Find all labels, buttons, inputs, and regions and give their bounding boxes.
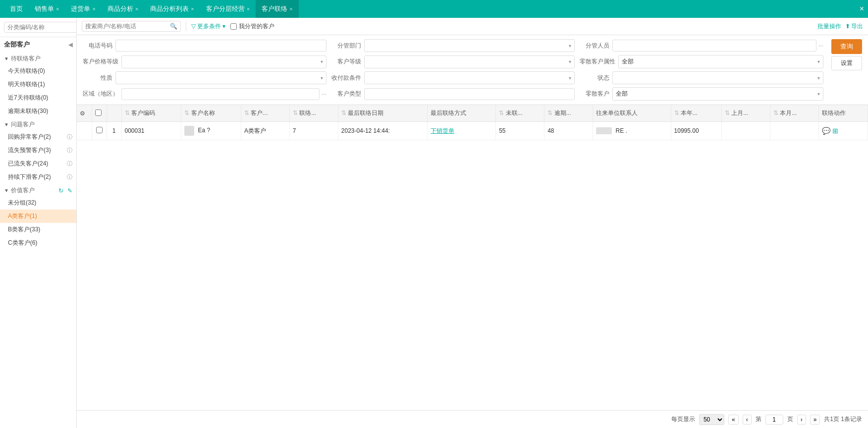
- sidebar-item-a-class[interactable]: A类客户(1): [0, 210, 76, 223]
- th-overdue[interactable]: ⇅ 逾期...: [544, 105, 593, 122]
- sidebar-item-warning[interactable]: 流失预警客户(3) ⓘ: [0, 144, 76, 157]
- select-all-checkbox[interactable]: [95, 109, 102, 116]
- next-page-button[interactable]: ›: [797, 415, 806, 425]
- nav-home[interactable]: 首页: [4, 0, 29, 18]
- customer-type-input[interactable]: [364, 88, 575, 100]
- query-button[interactable]: 查询: [831, 39, 862, 54]
- nav-customer-tier[interactable]: 客户分层经营 ×: [200, 0, 256, 18]
- th-type[interactable]: ⇅ 客户...: [241, 105, 289, 122]
- page-size-select[interactable]: 50 100 200: [699, 414, 724, 425]
- th-uncontacted[interactable]: ⇅ 未联...: [496, 105, 544, 122]
- sort-icon7: ⇅: [547, 109, 552, 116]
- my-customers-check[interactable]: [230, 23, 237, 30]
- th-last-method[interactable]: 最后联络方式: [428, 105, 496, 122]
- field-phone: 电话号码: [83, 40, 326, 52]
- main-search-input[interactable]: [85, 23, 170, 30]
- collapse-icon: ◀: [68, 42, 72, 48]
- settings-button[interactable]: 设置: [831, 56, 862, 70]
- retail-attr-label: 零散客户属性: [580, 57, 615, 66]
- td-uncontacted: 55: [496, 122, 544, 140]
- close-analysis-list-tab[interactable]: ×: [191, 6, 194, 12]
- th-unit-contact[interactable]: 往来单位联系人: [593, 105, 671, 122]
- nav-purchase[interactable]: 进货单 ×: [65, 0, 101, 18]
- close-all-tabs[interactable]: ×: [860, 4, 864, 13]
- sidebar-item-b-class[interactable]: B类客户(33): [0, 223, 76, 236]
- sidebar-item-overdue[interactable]: 逾期未联络(30): [0, 105, 76, 118]
- sort-icon3: ⇅: [244, 109, 249, 116]
- th-name[interactable]: ⇅ 客户名称: [181, 105, 241, 122]
- region-input[interactable]: [121, 88, 320, 100]
- nav-analysis-list[interactable]: 商品分析列表 ×: [144, 0, 200, 18]
- field-price-grade: 客户价格等级 ▾: [83, 55, 326, 68]
- td-check[interactable]: [92, 122, 107, 140]
- manager-input[interactable]: [612, 40, 816, 52]
- status-select[interactable]: ▾: [612, 71, 823, 84]
- sidebar-group-pending: ▼ 待联络客户: [0, 52, 76, 64]
- th-last-date[interactable]: ⇅ 最后联络日期: [338, 105, 427, 122]
- phone-input[interactable]: [115, 40, 326, 52]
- chevron-down-icon7: ▾: [817, 75, 820, 81]
- price-grade-select[interactable]: ▾: [121, 55, 326, 68]
- th-settings[interactable]: ⚙: [77, 105, 92, 122]
- th-last-month[interactable]: ⇅ 上月...: [721, 105, 770, 122]
- last-method-link[interactable]: 下销货单: [431, 127, 454, 134]
- td-code: 000031: [121, 122, 181, 140]
- nature-select[interactable]: ▾: [115, 71, 326, 84]
- td-actions: 💬 ⊞: [818, 122, 868, 140]
- td-num: 1: [107, 122, 121, 140]
- more-filters-button[interactable]: ▽ 更多条件 ▾: [191, 22, 225, 31]
- th-check[interactable]: [92, 105, 107, 122]
- retail-customer-select[interactable]: 全部 ▾: [612, 87, 823, 101]
- page-size-label: 每页显示: [671, 415, 695, 424]
- sidebar-item-abnormal[interactable]: 回购异常客户(2) ⓘ: [0, 130, 76, 144]
- chevron-down-icon: ▾: [569, 43, 571, 49]
- sidebar-item-today[interactable]: 今天待联络(0): [0, 64, 76, 78]
- sidebar-search-input[interactable]: [4, 22, 77, 33]
- dept-select[interactable]: ▾: [364, 39, 575, 52]
- qr-icon[interactable]: ⊞: [832, 127, 838, 135]
- sidebar-item-declining[interactable]: 持续下滑客户(2) ⓘ: [0, 170, 76, 184]
- edit-icon[interactable]: ✎: [67, 187, 72, 194]
- manager-dots[interactable]: ···: [818, 42, 823, 49]
- info-icon-declining: ⓘ: [67, 173, 72, 181]
- close-analysis-tab[interactable]: ×: [135, 6, 138, 12]
- sidebar-all-customers[interactable]: 全部客户 ◀: [0, 37, 76, 52]
- sidebar-item-7days[interactable]: 近7天待联络(0): [0, 91, 76, 105]
- th-this-month[interactable]: ⇅ 本月...: [770, 105, 818, 122]
- first-page-button[interactable]: «: [728, 415, 739, 425]
- last-page-button[interactable]: »: [810, 415, 820, 425]
- field-dept: 分管部门 ▾: [331, 39, 575, 52]
- th-this-year[interactable]: ⇅ 本年...: [671, 105, 721, 122]
- batch-operation-button[interactable]: 批量操作: [817, 22, 841, 31]
- sidebar-item-ungroup[interactable]: 未分组(32): [0, 196, 76, 210]
- sort-icon8: ⇅: [674, 109, 679, 116]
- chevron-down-icon8: ▾: [817, 91, 820, 97]
- region-dots[interactable]: ···: [322, 91, 326, 98]
- export-button[interactable]: ⬆ 导出: [845, 22, 863, 31]
- close-customer-tier-tab[interactable]: ×: [247, 6, 250, 12]
- th-contact[interactable]: ⇅ 联络...: [289, 105, 338, 122]
- retail-attr-select[interactable]: 全部 ▾: [618, 55, 823, 68]
- main-search-icon[interactable]: 🔍: [170, 23, 177, 30]
- th-code[interactable]: ⇅ 客户编码: [121, 105, 181, 122]
- my-customers-checkbox[interactable]: 我分管的客户: [230, 22, 274, 31]
- payment-select[interactable]: ▾: [364, 71, 575, 84]
- field-nature: 性质 ▾: [83, 71, 326, 84]
- close-customer-contact-tab[interactable]: ×: [289, 6, 292, 12]
- sidebar-item-c-class[interactable]: C类客户(6): [0, 236, 76, 250]
- close-sales-tab[interactable]: ×: [56, 6, 59, 12]
- message-icon[interactable]: 💬: [822, 127, 830, 135]
- sidebar-item-tomorrow[interactable]: 明天待联络(1): [0, 78, 76, 91]
- refresh-icon[interactable]: ↻: [58, 187, 63, 194]
- customer-grade-select[interactable]: ▾: [364, 55, 575, 68]
- filter-form: 电话号码 分管部门 ▾ 分管人员: [77, 35, 868, 105]
- page-number-input[interactable]: [765, 415, 783, 425]
- prev-page-button[interactable]: ‹: [743, 415, 752, 425]
- row-checkbox[interactable]: [96, 127, 103, 133]
- close-purchase-tab[interactable]: ×: [92, 6, 95, 12]
- sidebar-item-lost[interactable]: 已流失客户(24) ⓘ: [0, 157, 76, 170]
- nav-analysis[interactable]: 商品分析 ×: [102, 0, 144, 18]
- field-manager: 分管人员 ···: [580, 40, 823, 52]
- nav-sales[interactable]: 销售单 ×: [29, 0, 65, 18]
- nav-customer-contact[interactable]: 客户联络 ×: [256, 0, 298, 18]
